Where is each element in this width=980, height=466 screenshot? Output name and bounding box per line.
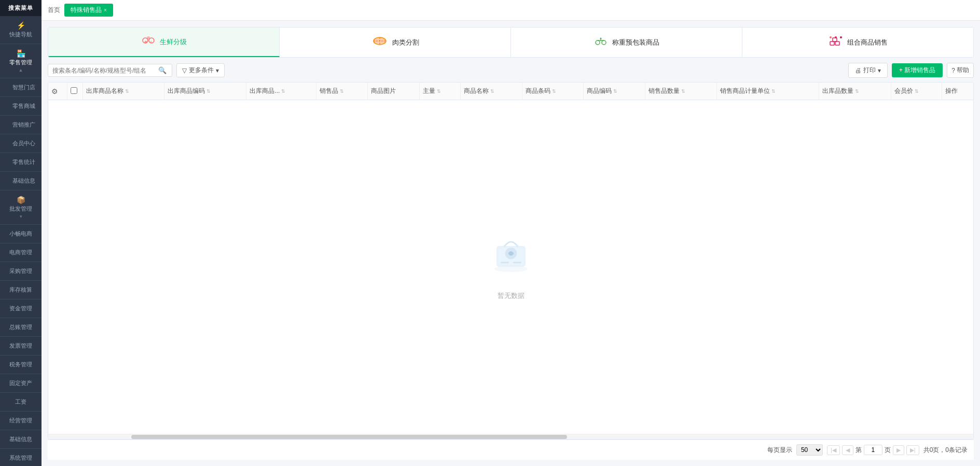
svg-point-17 (835, 36, 837, 38)
cat-tab-weigh-prepack[interactable]: 称重预包装商品 (511, 28, 742, 57)
sidebar-item-ecommerce-mgmt[interactable]: 电商管理 (0, 243, 42, 262)
horizontal-scrollbar[interactable] (48, 434, 973, 439)
filter-icon: ▽ (182, 67, 187, 74)
th-outlet-product-ellipsis[interactable]: 出库商品... ⇅ (246, 83, 316, 100)
svg-point-18 (840, 36, 842, 38)
th-member-price[interactable]: 会员价 ⇅ (891, 83, 942, 100)
col-action: 操作 (945, 87, 958, 95)
sidebar-item-retail-mall[interactable]: 零售商城 (0, 97, 42, 116)
svg-rect-13 (830, 42, 834, 45)
sidebar-item-quick-nav[interactable]: ⚡ 快捷导航 (0, 16, 42, 44)
th-main-qty[interactable]: 主量 ⇅ (420, 83, 461, 100)
col-member-price: 会员价 (894, 87, 913, 95)
svg-rect-25 (513, 262, 521, 263)
sidebar-item-salary[interactable]: 工资 (0, 393, 42, 412)
sidebar-item-marketing[interactable]: 营销推广 (0, 116, 42, 134)
settings-icon[interactable]: ⚙ (51, 87, 58, 95)
sidebar-item-label: 会员中心 (12, 140, 35, 147)
cat-tab-combo-sales-label: 组合商品销售 (847, 38, 888, 47)
sidebar-item-label: 电商管理 (9, 249, 32, 256)
sidebar-item-operations[interactable]: 经营管理 (0, 412, 42, 430)
sidebar-item-basic-info-retail[interactable]: 基础信息 (0, 172, 42, 190)
th-outlet-code[interactable]: 出库商品编码 ⇅ (164, 83, 246, 100)
svg-point-23 (509, 251, 513, 255)
sidebar-item-invoice[interactable]: 发票管理 (0, 337, 42, 355)
sidebar-item-label: 总账管理 (9, 323, 32, 331)
search-icon[interactable]: 🔍 (158, 66, 167, 74)
th-sales-product[interactable]: 销售品 ⇅ (316, 83, 368, 100)
sidebar-item-finance[interactable]: 资金管理 (0, 299, 42, 318)
sidebar-item-label: 快捷导航 (9, 31, 32, 38)
topbar-home-link[interactable]: 首页 (48, 6, 60, 15)
close-icon[interactable]: × (104, 7, 107, 13)
last-page-button[interactable]: ▶| (906, 445, 919, 455)
scroll-thumb[interactable] (131, 435, 567, 439)
cat-tab-meat-cutting[interactable]: 肉类分割 (280, 28, 511, 57)
fresh-grading-icon (141, 35, 156, 49)
sidebar-item-retail[interactable]: 🏪 零售管理 ▲ (0, 44, 42, 78)
cat-tab-meat-cutting-label: 肉类分割 (392, 38, 419, 47)
sort-icon: ⇅ (206, 89, 211, 94)
col-sales-qty: 销售品数量 (648, 87, 680, 95)
sidebar-logo[interactable]: 搜索菜单 (0, 0, 42, 16)
sort-icon: ⇅ (855, 89, 859, 94)
sidebar-item-retail-stats[interactable]: 零售统计 (0, 153, 42, 172)
next-page-button[interactable]: ▶ (893, 445, 904, 455)
topbar-tab-special-sales[interactable]: 特殊销售品 × (64, 4, 113, 17)
th-action: 操作 (942, 83, 973, 100)
topbar: 首页 特殊销售品 × (42, 0, 980, 21)
sort-icon: ⇅ (340, 89, 344, 94)
sidebar-item-basic-info-2[interactable]: 基础信息 (0, 430, 42, 449)
th-product-name[interactable]: 商品名称 ⇅ (461, 83, 522, 100)
page-size-select[interactable]: 10 20 50 100 (796, 444, 823, 456)
first-page-button[interactable]: |◀ (827, 445, 840, 455)
help-button[interactable]: ? 帮助 (947, 63, 974, 78)
sort-icon: ⇅ (613, 89, 617, 94)
th-sales-qty[interactable]: 销售品数量 ⇅ (645, 83, 716, 100)
current-page-input[interactable] (864, 445, 882, 455)
th-outlet-qty[interactable]: 出库品数量 ⇅ (819, 83, 891, 100)
th-checkbox[interactable] (67, 83, 82, 100)
th-outlet-product-name[interactable]: 出库商品名称 ⇅ (82, 83, 164, 100)
cat-tab-combo-sales[interactable]: 组合商品销售 (742, 28, 973, 57)
search-input[interactable] (52, 67, 156, 74)
weigh-prepack-icon (593, 35, 608, 49)
help-label: 帮助 (957, 66, 969, 75)
sidebar-item-label: 系统管理 (9, 454, 32, 462)
sidebar-item-smart-store[interactable]: 智慧门店 (0, 78, 42, 97)
sidebar-item-tax[interactable]: 税务管理 (0, 355, 42, 374)
sidebar-item-ledger[interactable]: 总账管理 (0, 318, 42, 337)
svg-point-9 (602, 40, 606, 45)
sidebar-item-label: 基础信息 (9, 435, 32, 443)
prev-page-button[interactable]: ◀ (842, 445, 853, 455)
search-box[interactable]: 🔍 (48, 64, 172, 77)
th-settings[interactable]: ⚙ (48, 83, 67, 100)
sidebar-item-fixed-assets[interactable]: 固定资产 (0, 374, 42, 393)
retail-icon: 🏪 (17, 49, 25, 58)
cat-tab-fresh-grading[interactable]: 生鲜分级 (48, 28, 280, 57)
th-product-image[interactable]: 商品图片 (368, 83, 420, 100)
sort-icon: ⇅ (437, 89, 441, 94)
sidebar-item-member[interactable]: 会员中心 (0, 134, 42, 153)
select-all-checkbox[interactable] (71, 87, 77, 94)
add-product-button[interactable]: + 新增销售品 (892, 63, 943, 77)
chevron-down-icon: ▾ (216, 67, 219, 74)
print-button[interactable]: 🖨 打印 ▾ (848, 63, 888, 78)
th-barcode[interactable]: 商品条码 ⇅ (522, 83, 583, 100)
toolbar: 🔍 ▽ 更多条件 ▾ 🖨 打印 ▾ + 新增销售品 ? (48, 63, 974, 78)
sidebar-item-label: 小畅电商 (9, 230, 32, 238)
filter-button[interactable]: ▽ 更多条件 ▾ (176, 63, 225, 77)
sidebar-item-wholesale[interactable]: 📦 批发管理 ▾ (0, 190, 42, 225)
sidebar-item-ecommerce-small[interactable]: 小畅电商 (0, 225, 42, 243)
sidebar-item-inventory[interactable]: 库存核算 (0, 281, 42, 299)
th-product-code[interactable]: 商品编码 ⇅ (584, 83, 645, 100)
products-table: ⚙ 出库商品名称 ⇅ 出库商 (48, 83, 973, 100)
cat-tab-weigh-prepack-label: 称重预包装商品 (612, 38, 659, 47)
col-product-name: 商品名称 (464, 87, 489, 95)
content-area: 生鲜分级 肉类分割 (42, 21, 980, 466)
sidebar-item-system[interactable]: 系统管理 (0, 449, 42, 466)
col-product-image: 商品图片 (371, 87, 396, 95)
sidebar-item-purchase[interactable]: 采购管理 (0, 262, 42, 281)
th-sales-unit[interactable]: 销售商品计量单位 ⇅ (717, 83, 819, 100)
svg-rect-24 (501, 262, 509, 263)
